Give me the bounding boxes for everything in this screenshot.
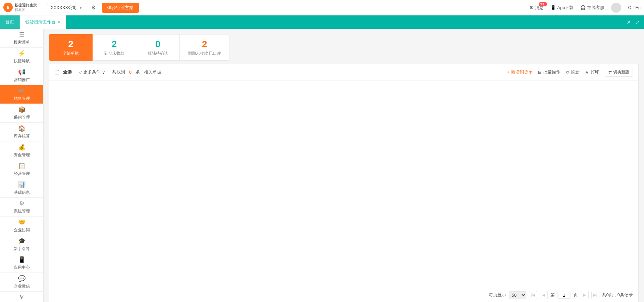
sidebar-item-member[interactable]: V 畅会员 (0, 292, 43, 302)
app-icon: 📱 (550, 5, 556, 10)
page-size-select[interactable]: 50 20 100 (509, 291, 526, 299)
message-badge: 99+ (539, 2, 547, 6)
stat-shipped-number: 2 (188, 39, 221, 50)
more-filter-label: 更多条件 (83, 69, 101, 75)
company-selector[interactable]: XXXXXX公司 ▼ (47, 3, 87, 12)
refresh-button[interactable]: ↻ 刷新 (566, 69, 580, 75)
sidebar-item-search-label: 搜索菜单 (14, 40, 30, 45)
select-all-checkbox[interactable] (55, 70, 59, 74)
tab-close-icon[interactable]: × (58, 20, 60, 24)
search-menu-icon: ☰ (19, 31, 24, 38)
sidebar-item-purchase-label: 采购管理 (14, 115, 30, 120)
page-next-button[interactable]: ▶ (581, 291, 589, 299)
tab-expand-button[interactable]: ⤢ (634, 18, 641, 27)
quick-nav-icon: ⚡ (18, 50, 25, 57)
sidebar-item-wechat[interactable]: 💬 企业微信 (0, 273, 43, 292)
page-prev-button[interactable]: ◀ (540, 291, 548, 299)
switch-new-version-button[interactable]: ⇄ 切换新版 (605, 68, 633, 77)
stat-card-shipped[interactable]: 2 到期未收款 已出库 (180, 34, 229, 61)
sidebar-item-operations[interactable]: 📋 经营管理 (0, 160, 43, 179)
sidebar-item-purchase[interactable]: 📦 采购管理 (0, 104, 43, 123)
page-suffix: 页 (574, 292, 578, 298)
sidebar-item-quicknav[interactable]: ⚡ 快捷导航 (0, 48, 43, 66)
sidebar-item-operations-label: 经营管理 (14, 171, 30, 177)
sidebar-item-sales-label: 销售管理 (14, 96, 30, 102)
pagination: 每页显示 50 20 100 |◀ ◀ 第 页 ▶ ▶| 共0页，0条记录 (49, 288, 639, 302)
stat-card-all[interactable]: 2 全部单据 (49, 34, 93, 61)
logo-icon: 6 (3, 3, 13, 12)
tab-qianhuoriqing-label: 钱货日清工作台 (25, 19, 56, 25)
nav-tabs: 首页 钱货日清工作台 × ✕ ⤢ (0, 15, 644, 29)
stat-overdue-label: 到期未收款 (101, 51, 128, 56)
basics-icon: 📊 (18, 181, 25, 188)
stat-card-overdue[interactable]: 2 到期未收款 (93, 34, 136, 61)
page-size-label: 每页显示 (489, 292, 506, 298)
sidebar: ☰ 搜索菜单 ⚡ 快捷导航 📢 营销推广 🛒 销售管理 📦 采购管理 🏠 库存核… (0, 29, 44, 302)
add-label: 新增销货单 (511, 69, 533, 75)
settings-button[interactable]: ⚙ (89, 3, 99, 13)
online-service-button[interactable]: 🎧 在线客服 (580, 5, 604, 11)
filter-icon: ▽ (78, 70, 82, 75)
sidebar-item-basics[interactable]: 📊 基础信息 (0, 179, 43, 198)
switch-icon: ⇄ (608, 70, 612, 74)
avatar[interactable] (611, 3, 621, 13)
sidebar-item-system[interactable]: ⚙ 系统管理 (0, 198, 43, 217)
sidebar-item-search[interactable]: ☰ 搜索菜单 (0, 29, 43, 48)
inventory-icon: 🏠 (18, 125, 25, 132)
sidebar-item-funds-label: 资金管理 (14, 152, 30, 158)
user-name[interactable]: OfTEn (628, 5, 641, 10)
logo-text-block: 畅捷通好生意 标准版 (15, 3, 37, 12)
member-icon: V (19, 294, 24, 301)
company-name: XXXXXX公司 (51, 5, 77, 11)
logo-badge: 标准版 (15, 8, 37, 12)
add-icon: + (507, 70, 509, 75)
online-service-label: 在线客服 (587, 5, 604, 11)
add-sales-order-button[interactable]: + 新增销货单 (507, 69, 533, 75)
sidebar-item-enterprise[interactable]: 🤝 企业协同 (0, 217, 43, 235)
sidebar-item-marketing[interactable]: 📢 营销推广 (0, 66, 43, 85)
apps-icon: 📱 (18, 256, 25, 263)
sales-icon: 🛒 (18, 87, 25, 95)
filter-dropdown-icon: ∨ (102, 70, 105, 75)
page-number-input[interactable] (557, 292, 571, 299)
sidebar-item-system-label: 系统管理 (14, 208, 30, 214)
sidebar-item-inventory[interactable]: 🏠 库存核算 (0, 123, 43, 141)
message-button[interactable]: ✉ 消息 99+ (530, 5, 544, 11)
page-last-button[interactable]: ▶| (591, 291, 599, 299)
refresh-icon: ↻ (566, 70, 570, 75)
trial-button[interactable]: 体验行业方案 (102, 3, 139, 13)
found-prefix: 共找到 (112, 69, 125, 75)
guide-icon: 🎓 (18, 237, 25, 245)
message-icon: ✉ (530, 5, 534, 10)
sidebar-item-wechat-label: 企业微信 (14, 284, 30, 289)
batch-operation-button[interactable]: ⊞ 批量操作 (538, 69, 560, 75)
logo-area: 6 畅捷通好生意 标准版 (3, 3, 47, 12)
header-right: ✉ 消息 99+ 📱 App下载 🎧 在线客服 OfTEn (530, 3, 641, 13)
found-count: 0 (129, 70, 131, 75)
sidebar-item-marketing-label: 营销推广 (14, 77, 30, 83)
system-icon: ⚙ (19, 200, 24, 207)
sidebar-item-inventory-label: 库存核算 (14, 133, 30, 139)
print-icon: 🖨 (585, 70, 589, 75)
funds-icon: 💰 (18, 143, 25, 151)
select-all-label: 全选 (63, 69, 72, 75)
stat-card-wangfu[interactable]: 0 旺辅待确认 (136, 34, 180, 61)
print-label: 打印 (591, 69, 599, 75)
sidebar-item-apps[interactable]: 📱 应用中心 (0, 254, 43, 273)
marketing-icon: 📢 (18, 68, 25, 76)
service-icon: 🎧 (580, 5, 586, 10)
tab-home-label: 首页 (5, 19, 14, 25)
page-first-button[interactable]: |◀ (529, 291, 537, 299)
sidebar-item-guide[interactable]: 🎓 新手引导 (0, 235, 43, 254)
tab-qianhuoriqing[interactable]: 钱货日清工作台 × (20, 15, 66, 29)
sidebar-item-funds[interactable]: 💰 资金管理 (0, 141, 43, 160)
app-download-button[interactable]: 📱 App下载 (550, 5, 574, 11)
top-header: 6 畅捷通好生意 标准版 XXXXXX公司 ▼ ⚙ 体验行业方案 ✉ 消息 99… (0, 0, 644, 15)
tab-home[interactable]: 首页 (0, 15, 20, 29)
sidebar-item-sales[interactable]: 🛒 销售管理 (0, 85, 43, 104)
print-button[interactable]: 🖨 打印 (585, 69, 599, 75)
stat-shipped-label: 到期未收款 已出库 (188, 51, 221, 56)
table-area (49, 80, 639, 288)
more-filter-button[interactable]: ▽ 更多条件 ∨ (76, 68, 108, 76)
tab-close-all-button[interactable]: ✕ (625, 18, 632, 27)
